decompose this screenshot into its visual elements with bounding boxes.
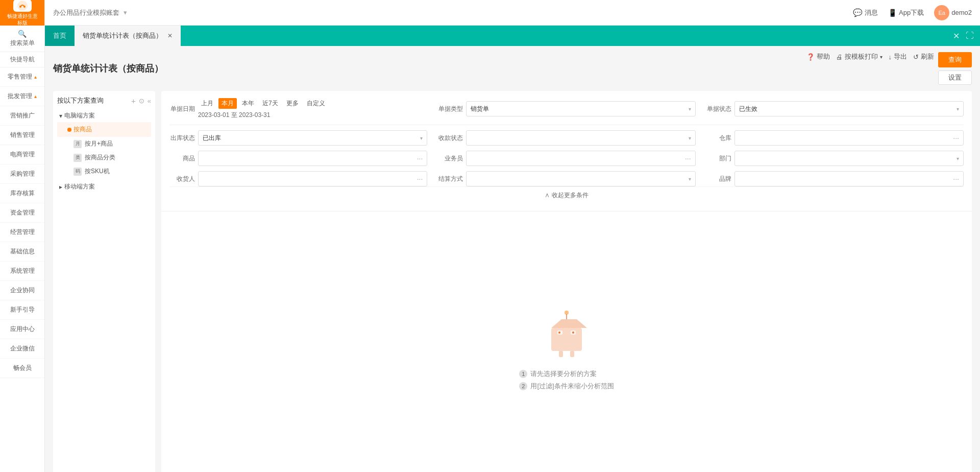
scheme-sub-item-category[interactable]: 类 按商品分类 [57, 151, 151, 164]
sidebar-item-ops[interactable]: 经营管理 [0, 223, 44, 242]
out-status-control[interactable]: 已出库 ▾ [198, 130, 427, 146]
date-tab-7days[interactable]: 近7天 [259, 98, 281, 109]
doc-type-value: 销货单 [471, 105, 489, 113]
date-tab-custom[interactable]: 自定义 [304, 98, 328, 109]
sidebar-item-member[interactable]: 畅会员 [0, 359, 44, 378]
svg-point-11 [565, 311, 569, 315]
mobile-section-arrow: ▸ [59, 183, 62, 191]
out-status-value: 已出库 [203, 134, 221, 143]
app-download-btn[interactable]: 📱 App下载 [888, 8, 924, 17]
dept-control[interactable]: ▾ [734, 151, 964, 166]
product-control[interactable]: ··· [198, 151, 427, 166]
sidebar-item-app-center[interactable]: 应用中心 [0, 320, 44, 339]
payment-control[interactable]: ▾ [466, 171, 695, 186]
svg-rect-3 [551, 328, 582, 351]
sidebar-item-sys[interactable]: 系统管理 [0, 262, 44, 281]
salesperson-dots: ··· [685, 154, 691, 162]
date-label: 单据日期 [169, 105, 195, 113]
scheme-settings-icon[interactable]: ⊙ [139, 97, 144, 105]
product-filter-item: 商品 ··· [169, 151, 427, 166]
sidebar-item-marketing[interactable]: 营销推广 [0, 106, 44, 126]
date-tab-more[interactable]: 更多 [283, 98, 302, 109]
filter-row-1: 单据日期 上月 本月 本年 近7天 更多 自定义 20 [169, 98, 964, 120]
message-btn[interactable]: 💬 消息 [853, 8, 878, 17]
salesperson-filter-item: 业务员 ··· [437, 151, 695, 166]
active-scheme-dot [67, 128, 71, 132]
svg-point-2 [23, 6, 26, 8]
scheme-collapse-icon[interactable]: « [148, 97, 151, 105]
tab-maximize-btn[interactable]: ⛶ [964, 29, 976, 42]
filter-row-2: 出库状态 已出库 ▾ 收款状态 ▾ [169, 130, 964, 146]
tip-text-1: 请先选择要分析的方案 [530, 369, 597, 379]
mobile-section-label: 移动端方案 [64, 182, 95, 191]
main-panel: 按以下方案查询 + ⊙ « ▾ 电脑端方案 按商品 [53, 91, 972, 472]
collapse-filters-btn[interactable]: ∧ 收起更多条件 [169, 186, 964, 204]
warehouse-filter-item: 仓库 ··· [706, 130, 964, 146]
export-btn[interactable]: ↓ 导出 [889, 52, 908, 61]
scheme-sub-item-month[interactable]: 月 按月+商品 [57, 137, 151, 151]
breadcrumb-dropdown-icon[interactable]: ▾ [124, 9, 127, 16]
brand-control[interactable]: ··· [734, 171, 964, 186]
tab-close-window-btn[interactable]: ✕ [951, 29, 962, 43]
query-button[interactable]: 查询 [938, 52, 972, 67]
sidebar-item-ecom[interactable]: 电商管理 [0, 145, 44, 164]
receipt-status-control[interactable]: ▾ [466, 130, 695, 146]
sidebar-item-purchase[interactable]: 采购管理 [0, 164, 44, 184]
doc-status-filter-item: 单据状态 已生效 ▾ [706, 98, 964, 120]
svg-point-7 [572, 332, 574, 334]
scheme-item-by-product[interactable]: 按商品 [57, 122, 151, 137]
sidebar-item-guide[interactable]: 新手引导 [0, 300, 44, 320]
filter-divider-1 [169, 125, 964, 125]
empty-svg [536, 300, 597, 361]
sidebar-item-sales[interactable]: 销售管理 [0, 126, 44, 145]
doc-status-control[interactable]: 已生效 ▾ [734, 101, 964, 116]
sidebar-item-corp-wechat[interactable]: 企业微信 [0, 339, 44, 359]
sidebar-item-retail[interactable]: 零售管理 ▴ [0, 67, 44, 87]
warehouse-control[interactable]: ··· [734, 130, 964, 146]
sidebar-item-coop[interactable]: 企业协同 [0, 281, 44, 300]
date-tab-last-month[interactable]: 上月 [198, 98, 216, 109]
product-dots: ··· [417, 154, 423, 162]
svg-rect-9 [570, 351, 574, 357]
out-status-label: 出库状态 [169, 134, 195, 143]
mobile-section-header[interactable]: ▸ 移动端方案 [57, 180, 151, 193]
pc-section-header[interactable]: ▾ 电脑端方案 [57, 109, 151, 122]
sidebar-item-wholesale[interactable]: 批发管理 ▴ [0, 87, 44, 106]
tabbar-actions: ✕ ⛶ [951, 29, 980, 43]
message-icon: 💬 [853, 8, 863, 17]
empty-tip-2: 2 用[过滤]条件来缩小分析范围 [519, 382, 614, 391]
settings-button[interactable]: 设置 [938, 70, 972, 85]
filter-row-3: 商品 ··· 业务员 ··· [169, 151, 964, 166]
month-scheme-icon: 月 [74, 140, 82, 148]
print-btn[interactable]: 🖨 按模板打印 ▾ [836, 52, 883, 61]
pc-section-label: 电脑端方案 [64, 111, 95, 120]
salesperson-control[interactable]: ··· [466, 151, 695, 166]
date-tab-this-month[interactable]: 本月 [218, 98, 237, 109]
brand-label: 品牌 [706, 175, 731, 183]
search-menu-item[interactable]: 🔍 搜索菜单 [0, 26, 44, 52]
empty-state: 1 请先选择要分析的方案 2 用[过滤]条件来缩小分析范围 [161, 211, 972, 472]
tab-close-btn[interactable]: ✕ [167, 32, 173, 39]
scheme-sub-item-sku[interactable]: 码 按SKU机 [57, 164, 151, 178]
sidebar-item-inventory[interactable]: 库存核算 [0, 184, 44, 203]
breadcrumb-text: 办公用品行业模拟账套 [53, 8, 119, 17]
consignee-control[interactable]: ··· [198, 171, 427, 186]
sidebar-item-finance[interactable]: 资金管理 [0, 203, 44, 223]
tab-sales-stat[interactable]: 销货单统计计表（按商品） ✕ [75, 26, 181, 46]
doc-status-value: 已生效 [739, 105, 757, 113]
export-icon: ↓ [889, 53, 892, 61]
scheme-add-icon[interactable]: + [131, 97, 136, 105]
scheme-item-label: 按商品 [74, 125, 92, 134]
date-tab-this-year[interactable]: 本年 [239, 98, 257, 109]
doc-type-control[interactable]: 销货单 ▾ [466, 101, 695, 116]
filter-area: 单据日期 上月 本月 本年 近7天 更多 自定义 20 [161, 91, 972, 211]
sidebar-item-base[interactable]: 基础信息 [0, 242, 44, 262]
empty-illustration [536, 300, 597, 361]
tab-home[interactable]: 首页 [45, 26, 75, 46]
help-btn[interactable]: ❓ 帮助 [806, 52, 830, 61]
quick-nav-item[interactable]: 快捷导航 [0, 52, 44, 67]
consignee-filter-item: 收货人 ··· [169, 171, 427, 186]
avatar: Ea [934, 5, 949, 20]
refresh-btn[interactable]: ↺ 刷新 [913, 52, 934, 61]
user-menu[interactable]: Ea demo2 [934, 5, 972, 20]
